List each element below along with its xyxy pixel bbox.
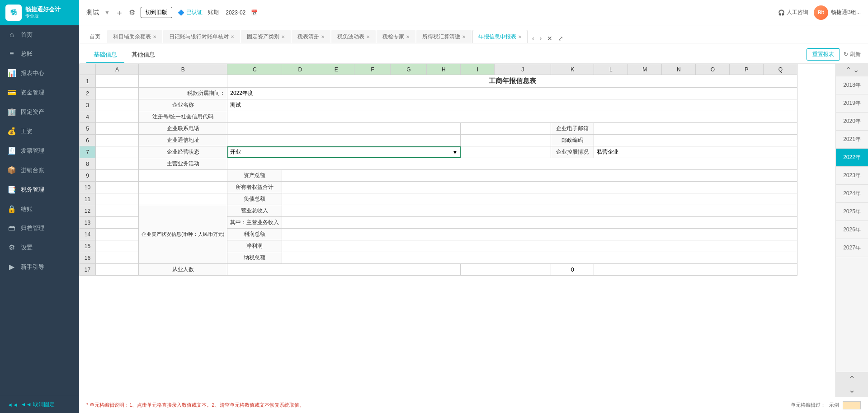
col-M[interactable]: M [628,64,662,75]
col-G[interactable]: G [391,64,427,75]
sidebar-item-tax[interactable]: 📑 税务管理 [0,180,79,199]
data-cell[interactable] [96,88,139,99]
col-F[interactable]: F [354,64,391,75]
sidebar-item-invoice[interactable]: 🧾 发票管理 [0,141,79,160]
tab-close-icon[interactable]: ✕ [366,34,370,39]
data-cell[interactable] [96,135,139,146]
tab-taxcheck[interactable]: 税检专家 ✕ [377,30,415,43]
sidebar-item-stock[interactable]: 📦 进销台账 [0,160,79,180]
data-cell[interactable] [282,193,797,205]
col-E[interactable]: E [318,64,354,75]
tab-journal[interactable]: 日记账与银行对账单核对 ✕ [163,30,240,43]
col-N[interactable]: N [662,64,696,75]
data-cell[interactable] [96,252,139,264]
tab-prev-button[interactable]: ‹ [530,34,536,43]
year-item-2024[interactable]: 2024年 [836,185,868,203]
unpin-button[interactable]: ◄◄ ◄◄ 取消固定 [0,396,79,413]
data-cell[interactable] [461,146,551,158]
sidebar-item-fixed[interactable]: 🏢 固定资产 [0,102,79,122]
tab-income-tax[interactable]: 所得税汇算清缴 ✕ [416,30,472,43]
col-H[interactable]: H [427,64,461,75]
data-cell[interactable] [96,158,139,170]
tab-close-icon[interactable]: ✕ [153,34,156,39]
data-cell[interactable] [96,182,139,193]
data-cell[interactable] [96,123,139,135]
data-cell[interactable] [96,99,139,111]
sidebar-item-close[interactable]: 🔒 结账 [0,199,79,219]
data-cell[interactable] [96,217,139,229]
data-cell[interactable] [461,135,551,146]
data-cell[interactable]: 2022年度 [227,88,797,99]
data-cell[interactable] [227,264,461,276]
old-version-button[interactable]: 切到旧版 [141,7,172,18]
sidebar-item-home[interactable]: ⌂ 首页 [0,25,79,44]
tab-close-icon[interactable]: ✕ [281,34,285,39]
sidebar-item-guide[interactable]: ▶ 新手引导 [0,257,79,277]
sidebar-item-finance[interactable]: 💳 资金管理 [0,83,79,102]
year-scroll-down-icon[interactable]: ⌄ [849,385,855,395]
year-item-2019[interactable]: 2019年 [836,94,868,113]
dropdown-cell[interactable]: 开业 ▼ [227,146,461,158]
data-cell[interactable] [96,111,139,123]
data-cell[interactable] [282,170,797,182]
data-cell[interactable] [282,229,797,240]
data-cell[interactable] [96,240,139,252]
data-cell[interactable] [227,123,461,135]
service-button[interactable]: 🎧 人工咨询 [778,9,808,16]
sidebar-item-report[interactable]: 📊 报表中心 [0,63,79,83]
sidebar-item-archive[interactable]: 🗃 归档管理 [0,219,79,238]
col-A[interactable]: A [96,64,139,75]
tab-close-all-button[interactable]: ✕ [545,34,554,43]
data-cell[interactable] [282,217,797,229]
data-cell[interactable] [282,252,797,264]
spreadsheet-main[interactable]: A B C D E F G H I J K L M [79,64,835,397]
data-cell[interactable] [96,75,139,88]
tab-home[interactable]: 首页 [84,30,106,43]
col-O[interactable]: O [696,64,730,75]
dropdown-arrow-icon[interactable]: ▼ [452,149,458,155]
sub-tab-other[interactable]: 其他信息 [124,48,162,63]
tab-close-icon[interactable]: ✕ [406,34,410,39]
tab-close-icon[interactable]: ✕ [321,34,325,39]
data-cell[interactable]: 私营企业 [594,146,797,158]
data-cell[interactable] [96,170,139,182]
col-L[interactable]: L [594,64,628,75]
year-item-2021[interactable]: 2021年 [836,131,868,149]
col-J[interactable]: J [495,64,551,75]
data-cell[interactable] [227,135,461,146]
col-Q[interactable]: Q [764,64,797,75]
data-cell[interactable] [282,205,797,217]
tab-next-button[interactable]: › [538,34,544,43]
data-cell[interactable] [139,170,227,182]
tab-close-icon[interactable]: ✕ [518,34,522,39]
data-cell[interactable]: 测试 [227,99,797,111]
calendar-icon[interactable]: 📅 [251,9,258,16]
data-cell[interactable] [594,135,797,146]
tab-annual-report[interactable]: 年报信息申报表 ✕ [472,30,528,43]
data-cell[interactable] [227,111,797,123]
tab-fixed-assets[interactable]: 固定资产类别 ✕ [241,30,291,43]
user-menu[interactable]: Rit 畅捷通B组... [814,5,861,20]
data-cell[interactable] [139,75,227,88]
settings-button[interactable]: ⚙ [129,8,135,17]
sidebar-item-salary[interactable]: 💰 工资 [0,122,79,141]
col-I[interactable]: I [461,64,495,75]
data-cell[interactable] [96,229,139,240]
tab-close-icon[interactable]: ✕ [231,34,234,39]
tab-taxlist[interactable]: 税表清册 ✕ [292,30,330,43]
data-cell[interactable] [96,193,139,205]
data-cell[interactable] [96,205,139,217]
year-item-2027[interactable]: 2027年 [836,239,868,257]
module-dropdown[interactable]: ▼ [104,9,110,16]
data-cell[interactable] [282,182,797,193]
scroll-down-icon[interactable]: ⌄ [853,66,859,74]
col-K[interactable]: K [551,64,594,75]
add-module-button[interactable]: ＋ [115,7,123,18]
col-C[interactable]: C [227,64,282,75]
reset-button[interactable]: 重置报表 [807,48,840,61]
data-cell[interactable] [461,123,551,135]
tab-close-icon[interactable]: ✕ [462,34,466,39]
year-scroll-up-icon[interactable]: ⌃ [849,374,855,384]
col-B[interactable]: B [139,64,227,75]
tab-taxwave[interactable]: 税负波动表 ✕ [331,30,376,43]
